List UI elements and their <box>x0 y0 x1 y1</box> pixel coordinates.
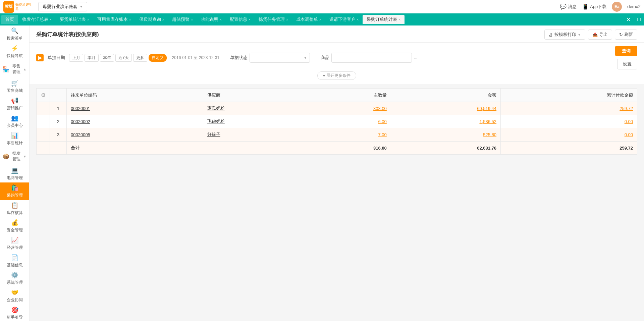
row-unit-code-cell[interactable]: 00020005 <box>67 128 203 142</box>
date-more-btn[interactable]: 更多 <box>133 54 147 62</box>
sidebar-item-retail-shop[interactable]: 🛒 零售商城 <box>0 78 29 95</box>
nav-tab-10[interactable]: 邀请下游客户 × <box>325 15 363 24</box>
tab-9-close-icon[interactable]: × <box>319 18 321 21</box>
filter-expand-button[interactable]: ▶ <box>36 54 44 61</box>
message-action[interactable]: 💬 消息 <box>560 3 577 10</box>
nav-tab-11[interactable]: 采购订单统计表 × <box>363 15 405 24</box>
date-this-month-btn[interactable]: 本月 <box>85 54 99 62</box>
tab-7-close-icon[interactable]: × <box>249 18 251 21</box>
row-supplier-cell[interactable]: 飞鹤奶粉 <box>203 115 305 128</box>
sidebar-item-inventory[interactable]: 📋 库存核算 <box>0 200 29 217</box>
nav-tab-6[interactable]: 功能说明 × <box>197 15 226 24</box>
row-supplier-cell[interactable]: 好孩子 <box>203 128 305 142</box>
user-initials: Ea <box>614 4 620 9</box>
tab-6-close-icon[interactable]: × <box>220 18 222 21</box>
table-body: 1 00020001 惠氏奶粉 303.00 60,519.44 259.72 … <box>37 102 637 142</box>
row-amount-cell[interactable]: 1,586.52 <box>391 115 500 128</box>
date-last-month-btn[interactable]: 上月 <box>69 54 83 62</box>
date-custom-btn[interactable]: 自定义 <box>149 54 167 62</box>
nav-tab-home[interactable]: 首页 <box>1 15 18 24</box>
wholesale-mgmt-icon: 📦 <box>3 153 9 160</box>
refresh-button[interactable]: ↻ 刷新 <box>615 30 637 40</box>
user-name[interactable]: demo2 <box>627 4 641 9</box>
nav-tab-5[interactable]: 超储预警 × <box>168 15 197 24</box>
top-bar: 标版 畅捷通好生意 母婴行业演示账套 ▼ 💬 消息 📱 App下载 Ea dem… <box>0 0 644 13</box>
data-table: ⚙ 往来单位编码 供应商 主数量 金额 累计付款金额 1 00020001 惠氏… <box>36 88 637 155</box>
row-qty-cell[interactable]: 7.00 <box>305 128 391 142</box>
maximize-btn[interactable]: □ <box>635 16 643 23</box>
tab-3-close-icon[interactable]: × <box>129 18 131 21</box>
sidebar-item-finance[interactable]: 💰 资金管理 <box>0 217 29 235</box>
tab-8-close-icon[interactable]: × <box>286 18 288 21</box>
table-header-row: ⚙ 往来单位编码 供应商 主数量 金额 累计付款金额 <box>37 89 637 102</box>
sidebar-item-ecommerce[interactable]: 💻 电商管理 <box>0 165 29 182</box>
retail-mgmt-arrow-icon: ▲ <box>23 67 26 71</box>
ops-mgmt-icon: 📈 <box>11 236 18 244</box>
app-download-action[interactable]: 📱 App下载 <box>582 3 606 10</box>
purchase-mgmt-icon: 🛍️ <box>11 184 18 192</box>
nav-tab-8[interactable]: 拣货任务管理 × <box>255 15 292 24</box>
query-button[interactable]: 查询 <box>615 46 637 56</box>
column-settings-icon[interactable]: ⚙ <box>41 92 46 98</box>
close-all-tabs-btn[interactable]: ✕ <box>624 16 633 23</box>
tab-2-close-icon[interactable]: × <box>87 18 89 21</box>
sidebar-item-retail-stats[interactable]: 📊 零售统计 <box>0 130 29 148</box>
sidebar-item-ops-mgmt[interactable]: 📈 经营管理 <box>0 235 29 252</box>
sidebar-item-basic-info[interactable]: 📄 基础信息 <box>0 252 29 270</box>
row-paid-amount-cell[interactable]: 259.72 <box>501 102 637 115</box>
user-avatar[interactable]: Ea <box>612 2 622 12</box>
finance-icon: 💰 <box>11 219 18 226</box>
sidebar-item-marketing[interactable]: 📢 营销推广 <box>0 95 29 113</box>
export-button[interactable]: 📤 导出 <box>588 30 612 40</box>
row-unit-code-cell[interactable]: 00020002 <box>67 115 203 128</box>
row-paid-amount-cell[interactable]: 0.00 <box>501 115 637 128</box>
goods-input[interactable] <box>331 53 412 63</box>
tab-1-close-icon[interactable]: × <box>50 18 52 21</box>
retail-stats-icon: 📊 <box>11 132 18 139</box>
nav-tab-9[interactable]: 成本调整单 × <box>292 15 325 24</box>
nav-tab-4[interactable]: 保质期查询 × <box>135 15 168 24</box>
filter-settings-button[interactable]: 设置 <box>617 59 637 69</box>
row-supplier-cell[interactable]: 惠氏奶粉 <box>203 102 305 115</box>
row-qty-cell[interactable]: 6.00 <box>305 115 391 128</box>
sidebar-item-retail-mgmt[interactable]: 🏪 零售管理 ▲ <box>0 60 29 78</box>
sidebar-item-search[interactable]: 🔍 搜索英单 <box>0 25 29 43</box>
tab-10-close-icon[interactable]: × <box>357 18 359 21</box>
new-guide-icon: 🎯 <box>11 306 18 314</box>
row-settings-cell <box>37 128 50 142</box>
sidebar-item-new-guide[interactable]: 🎯 新手引导 <box>0 305 29 321</box>
tab-7-label: 配置信息 <box>230 16 247 22</box>
row-qty-cell[interactable]: 303.00 <box>305 102 391 115</box>
date-7days-btn[interactable]: 近7天 <box>115 54 132 62</box>
tab-4-label: 保质期查询 <box>139 16 161 22</box>
nav-tab-1[interactable]: 收发存汇总表 × <box>18 15 56 24</box>
sidebar-item-wholesale-mgmt[interactable]: 📦 批发管理 ▼ <box>0 148 29 165</box>
row-paid-amount-cell[interactable]: 0.00 <box>501 128 637 142</box>
tab-5-close-icon[interactable]: × <box>191 18 193 21</box>
basic-info-icon: 📄 <box>11 254 18 261</box>
sidebar-item-member-center[interactable]: 👥 会员中心 <box>0 113 29 130</box>
sidebar-item-quick-nav[interactable]: ⚡ 快捷导航 <box>0 43 29 60</box>
row-settings-cell <box>37 115 50 128</box>
nav-tab-7[interactable]: 配置信息 × <box>226 15 255 24</box>
sidebar-item-purchase-mgmt[interactable]: 🛍️ 采购管理 <box>0 182 29 200</box>
nav-tab-3[interactable]: 可用量库存账本 × <box>93 15 135 24</box>
row-amount-cell[interactable]: 60,519.44 <box>391 102 500 115</box>
row-amount-cell[interactable]: 525.80 <box>391 128 500 142</box>
tab-4-close-icon[interactable]: × <box>162 18 164 21</box>
template-print-button[interactable]: 🖨 按模板打印 ▼ <box>544 30 585 40</box>
expand-more-button[interactable]: ▾ 展开更多条件 <box>317 71 356 80</box>
date-this-year-btn[interactable]: 本年 <box>100 54 114 62</box>
goods-more-icon[interactable]: ... <box>414 55 417 60</box>
sidebar-item-enterprise[interactable]: 🤝 企业协同 <box>0 287 29 305</box>
row-unit-code-cell[interactable]: 00020001 <box>67 102 203 115</box>
sidebar-member-center-label: 会员中心 <box>7 123 23 128</box>
workspace-selector[interactable]: 母婴行业演示账套 ▼ <box>38 2 87 11</box>
workspace-label: 母婴行业演示账套 <box>43 4 77 10</box>
status-select[interactable]: ▼ <box>250 53 310 63</box>
footer-paid-amount: 259.72 <box>620 146 633 151</box>
sidebar-item-system[interactable]: ⚙️ 系统管理 <box>0 270 29 287</box>
settings-col-header[interactable]: ⚙ <box>37 89 50 102</box>
tab-11-close-icon[interactable]: × <box>398 18 400 21</box>
nav-tab-2[interactable]: 要货单统计表 × <box>56 15 93 24</box>
